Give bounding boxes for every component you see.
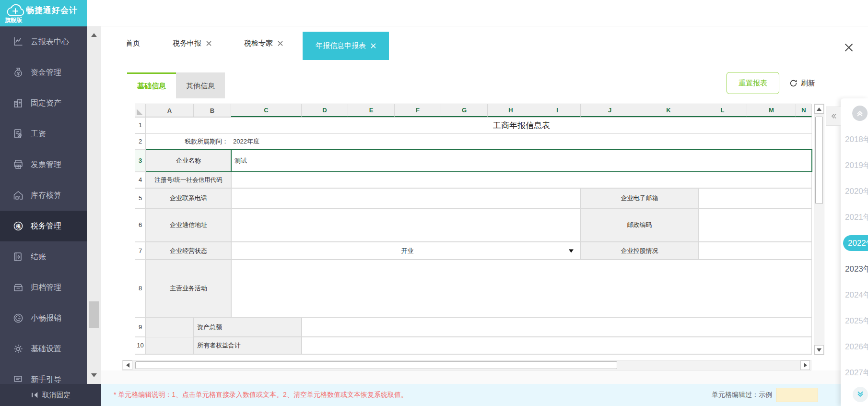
- collapse-years-panel-button[interactable]: [826, 107, 841, 126]
- tab-label: 税检专家: [244, 39, 273, 48]
- subtab-other-info[interactable]: 其他信息: [176, 72, 225, 98]
- svg-text:税: 税: [15, 224, 21, 229]
- scroll-down-button[interactable]: [814, 345, 824, 355]
- row-header-4[interactable]: 4: [135, 172, 146, 188]
- column-header-G[interactable]: G: [441, 104, 488, 117]
- year-item[interactable]: 2026年: [841, 334, 868, 359]
- year-item[interactable]: 2024年: [841, 282, 868, 308]
- column-header-E[interactable]: E: [348, 104, 395, 117]
- unpin-sidebar-button[interactable]: 取消固定: [0, 384, 101, 406]
- column-header-M[interactable]: M: [747, 104, 796, 117]
- year-item[interactable]: 2021年: [841, 204, 868, 230]
- year-item[interactable]: 2022年: [841, 230, 868, 256]
- scroll-right-button[interactable]: [800, 360, 810, 370]
- year-item[interactable]: 2019年: [841, 152, 868, 178]
- reset-report-button[interactable]: 重置报表: [727, 72, 779, 94]
- row-header-7[interactable]: 7: [135, 242, 146, 260]
- postcode-label-cell: 邮政编码: [581, 208, 698, 242]
- row-header-6[interactable]: 6: [135, 208, 146, 242]
- column-header-I[interactable]: I: [534, 104, 581, 117]
- year-item[interactable]: 2020年: [841, 178, 868, 204]
- sidebar-item-cloud-reports[interactable]: 云报表中心: [0, 26, 87, 57]
- sidebar-item-label: 归档管理: [31, 283, 61, 293]
- row-header-3[interactable]: 3: [135, 150, 146, 172]
- column-header-L[interactable]: L: [698, 104, 747, 117]
- status-dropdown-cell[interactable]: 开业: [231, 242, 581, 260]
- column-header-J[interactable]: J: [581, 104, 639, 117]
- period-row-label: 税款所属期间：: [146, 133, 231, 150]
- year-item[interactable]: 2018年: [841, 126, 868, 152]
- grid-row-line: [135, 208, 812, 209]
- email-input-cell[interactable]: [698, 188, 812, 208]
- sidebar-item-reimburse[interactable]: 小畅报销: [0, 303, 87, 334]
- open-tabs-bar: 首页税务申报税检专家年报信息申报表: [101, 26, 868, 60]
- grid-vertical-scrollbar[interactable]: [814, 104, 824, 355]
- address-input-cell[interactable]: [231, 208, 581, 242]
- sidebar-item-funds[interactable]: 资金管理: [0, 57, 87, 88]
- column-header-D[interactable]: D: [302, 104, 348, 117]
- sidebar-item-settings[interactable]: 基础设置: [0, 334, 87, 364]
- tab-annual-report[interactable]: 年报信息申报表: [303, 32, 389, 60]
- row-header-8[interactable]: 8: [135, 260, 146, 317]
- assets-input-cell[interactable]: [302, 317, 812, 337]
- sidebar-item-closing[interactable]: 结账: [0, 241, 87, 272]
- sidebar-scrollbar[interactable]: [87, 26, 101, 384]
- tab-close-icon[interactable]: [278, 41, 283, 46]
- close-icon[interactable]: [842, 40, 856, 55]
- company-name-input-cell[interactable]: 测试: [231, 149, 812, 172]
- row-header-10[interactable]: 10: [135, 337, 146, 354]
- tab-close-icon[interactable]: [371, 43, 376, 48]
- sidebar-item-inventory[interactable]: 库存核算: [0, 180, 87, 211]
- tab-tax-declaration[interactable]: 税务申报: [160, 26, 224, 60]
- postcode-input-cell[interactable]: [698, 208, 812, 242]
- sidebar-item-invoices[interactable]: 发票管理: [0, 149, 87, 180]
- report-title-cell[interactable]: 工商年报信息表: [231, 117, 812, 133]
- column-header-F[interactable]: F: [395, 104, 441, 117]
- year-item[interactable]: 2023年: [841, 256, 868, 282]
- tab-tax-inspection[interactable]: 税检专家: [231, 26, 296, 60]
- equity-input-cell[interactable]: [302, 337, 812, 354]
- subtab-basic-info[interactable]: 基础信息: [127, 72, 176, 98]
- business-input-cell[interactable]: [231, 260, 812, 317]
- sidebar-item-archive[interactable]: 归档管理: [0, 272, 87, 303]
- grid-horizontal-scrollbar[interactable]: [122, 360, 811, 370]
- column-header-B[interactable]: B: [194, 104, 231, 117]
- grid-select-all-corner[interactable]: [135, 104, 146, 117]
- row-header-9[interactable]: 9: [135, 317, 146, 337]
- sidebar-scroll-down-icon[interactable]: [91, 373, 97, 377]
- payroll-icon: [12, 128, 24, 140]
- refresh-button[interactable]: 刷新: [789, 77, 815, 89]
- registration-input-cell[interactable]: [231, 172, 812, 188]
- phone-input-cell[interactable]: [231, 188, 581, 208]
- column-header-A[interactable]: A: [146, 104, 194, 117]
- period-row-value[interactable]: 2022年度: [233, 133, 425, 150]
- dropdown-arrow-icon[interactable]: [569, 249, 574, 252]
- tab-close-icon[interactable]: [206, 41, 211, 46]
- year-item[interactable]: 2027年: [841, 359, 868, 385]
- sidebar-scroll-thumb[interactable]: [89, 301, 99, 328]
- years-scroll-top-button[interactable]: [852, 106, 868, 121]
- years-scroll-bottom-button[interactable]: [853, 387, 868, 402]
- tab-home[interactable]: 首页: [113, 26, 153, 60]
- sidebar-item-fixed-assets[interactable]: 固定资产: [0, 88, 87, 119]
- settings-icon: [12, 343, 24, 355]
- horizontal-scroll-thumb[interactable]: [135, 361, 617, 369]
- column-header-C[interactable]: C: [231, 104, 302, 117]
- sidebar-item-tax[interactable]: 税税务管理: [0, 211, 87, 241]
- row-header-1[interactable]: 1: [135, 117, 146, 133]
- year-item[interactable]: 2025年: [841, 308, 868, 334]
- vertical-scroll-thumb[interactable]: [815, 117, 823, 204]
- sidebar-item-guide[interactable]: 新手引导: [0, 364, 87, 384]
- column-header-N[interactable]: N: [796, 104, 812, 117]
- sidebar-item-payroll[interactable]: 工资: [0, 119, 87, 149]
- holding-input-cell[interactable]: [698, 242, 812, 260]
- year-item-active[interactable]: 2022年: [843, 235, 868, 251]
- scroll-left-button[interactable]: [123, 360, 132, 370]
- row-header-5[interactable]: 5: [135, 188, 146, 208]
- scroll-up-button[interactable]: [814, 104, 824, 114]
- column-header-K[interactable]: K: [639, 104, 698, 117]
- grid-row-line: [135, 188, 812, 189]
- sidebar-scroll-up-icon[interactable]: [91, 33, 97, 37]
- column-header-H[interactable]: H: [488, 104, 534, 117]
- row-header-2[interactable]: 2: [135, 133, 146, 150]
